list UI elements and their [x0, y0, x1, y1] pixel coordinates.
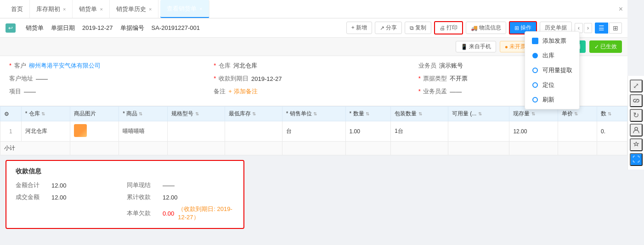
doc-date-label: 单据日期 — [51, 24, 75, 32]
available-qty-icon — [531, 67, 539, 74]
deal-amount-label: 成交金额 — [16, 193, 48, 201]
col-product: * 商品 ⇅ — [119, 107, 168, 121]
tab-home-label: 首页 — [11, 5, 23, 13]
ticket-icon: ● — [505, 44, 508, 50]
row-image — [70, 121, 119, 142]
product-thumbnail — [74, 124, 87, 137]
tab-stock-init[interactable]: 库存期初 × — [30, 0, 73, 18]
tab-history-label: 销货单历史 — [116, 5, 146, 13]
arrears-due-note: （收款到期日: 2019-12-27） — [178, 205, 234, 222]
add-note-button[interactable]: + 添加备注 — [228, 87, 257, 96]
amount-label: 金额合计 — [16, 181, 48, 189]
view-toggle: ☰ ⊞ — [595, 23, 622, 34]
subtotal-image — [70, 142, 119, 155]
tab-sales-history[interactable]: 销货单历史 × — [110, 0, 158, 18]
locate-icon — [531, 81, 539, 89]
share-button[interactable]: ↗ 分享 — [375, 22, 402, 34]
add-invoice-item[interactable]: 添加发票 — [525, 34, 579, 48]
doc-no-label: 单据编号 — [120, 24, 144, 32]
sort-icon-unit: ⇅ — [313, 111, 317, 116]
col-available: 可用量 (... ⇅ — [448, 107, 509, 121]
print-icon: 🖨 — [440, 25, 445, 31]
subtotal-stock — [509, 142, 558, 155]
row-min-stock — [225, 121, 282, 142]
warehouse-field: * 仓库 河北仓库 — [214, 62, 413, 70]
tab-sales-close[interactable]: × — [100, 6, 102, 12]
same-order-label: 同单现结 — [127, 181, 159, 189]
grid-view-button[interactable]: ⊞ — [609, 23, 622, 34]
deal-amount-value: 12.00 — [51, 194, 67, 201]
copy-button[interactable]: ⧉ 复制 — [405, 22, 431, 34]
tab-view-sales[interactable]: 查看销货单 × — [160, 0, 209, 18]
tab-stock-close[interactable]: × — [63, 6, 66, 12]
share-icon: ↗ — [380, 25, 384, 31]
col-amount: 数 ⇅ — [597, 107, 627, 121]
tab-bar: 首页 库存期初 × 销货单 × 销货单历史 × 查看销货单 × × — [0, 0, 627, 18]
phone-icon: 📱 — [461, 44, 468, 50]
due-date-field: * 收款到期日 2019-12-27 — [214, 74, 413, 83]
next-button[interactable]: › — [584, 23, 592, 33]
row-stock: 12.00 — [509, 121, 558, 142]
address-label: 客户地址 — [9, 74, 33, 83]
print-button[interactable]: 🖨 打印 — [434, 21, 463, 34]
new-button[interactable]: + 新增 — [346, 22, 372, 34]
locate-item[interactable]: 定位 — [525, 78, 579, 92]
from-phone-button[interactable]: 📱 来自手机 — [456, 41, 496, 52]
effective-button[interactable]: ✓ 已生效 — [589, 40, 622, 53]
col-min-stock: 最低库存 ⇅ — [225, 107, 282, 121]
customer-label: * 客户 — [9, 62, 26, 70]
arrears-item: 本单欠款 0.00 （收款到期日: 2019-12-27） — [127, 205, 234, 222]
customer-value[interactable]: 柳州粤港平安气体有限公司 — [29, 62, 101, 70]
sidebar-person-btn[interactable] — [630, 124, 643, 137]
sort-icon-price: ⇅ — [574, 111, 578, 116]
tab-view-close[interactable]: × — [199, 6, 202, 11]
plus-icon: + — [228, 88, 232, 95]
row-qty: 1.00 — [345, 121, 391, 142]
list-view-button[interactable]: ☰ — [595, 23, 608, 34]
tab-sales-label: 销货单 — [79, 5, 97, 13]
row-warehouse: 河北仓库 — [21, 121, 70, 142]
check-circle-icon2: ✓ — [594, 44, 599, 50]
warehouse-value: 河北仓库 — [233, 62, 257, 70]
tab-sales-order[interactable]: 销货单 × — [73, 0, 109, 18]
arrears-label: 本单欠款 — [127, 209, 159, 217]
staff-field: * 业务员孟 —— — [418, 87, 618, 96]
sort-icon-product: ⇅ — [139, 111, 142, 116]
col-pack-qty: 包装数量 ⇅ — [391, 107, 448, 121]
row-price — [558, 121, 597, 142]
row-product: 嘻嘻嘻嘻 — [119, 121, 168, 142]
outbound-item[interactable]: 出库 — [525, 48, 579, 63]
window-close-icon[interactable]: × — [619, 5, 623, 13]
same-order-item: 同单现结 —— — [127, 181, 234, 189]
sidebar-link-btn[interactable] — [630, 94, 643, 107]
sort-icon-stock: ⇅ — [531, 111, 535, 116]
doc-no-value: SA-20191227-001 — [152, 24, 200, 31]
row-pack-qty: 1台 — [391, 121, 448, 142]
warehouse-label: * 仓库 — [214, 62, 231, 70]
available-qty-item[interactable]: 可用量提取 — [525, 63, 579, 78]
sort-icon-spec: ⇅ — [195, 111, 199, 116]
table-row: 1 河北仓库 嘻嘻嘻嘻 台 1.00 1台 12.00 0. — [0, 121, 627, 142]
add-invoice-icon — [531, 37, 539, 45]
sidebar-star-btn[interactable] — [630, 138, 643, 151]
sidebar-fullscreen-btn[interactable]: ⛶ — [630, 153, 643, 166]
staff-label: * 业务员孟 — [418, 87, 447, 96]
subtotal-avail — [448, 142, 509, 155]
sidebar-refresh-btn[interactable]: ↻ — [630, 109, 643, 122]
sidebar-expand-btn[interactable]: ⤢ — [630, 80, 643, 92]
refresh-item[interactable]: 刷新 — [525, 92, 579, 107]
logistics-button[interactable]: 🚚 物流信息 — [466, 22, 506, 34]
amount-total-item: 金额合计 12.00 — [16, 181, 123, 189]
row-amount: 0. — [597, 121, 627, 142]
tab-history-close[interactable]: × — [149, 6, 152, 12]
employee-field: 业务员 演示账号 — [418, 62, 618, 70]
tab-home[interactable]: 首页 — [5, 0, 30, 18]
outbound-icon — [531, 52, 539, 59]
doc-type-icon: ↩ — [6, 23, 16, 33]
arrears-value: 0.00 — [163, 210, 174, 217]
svg-point-0 — [635, 127, 638, 130]
project-field: 项目 —— — [9, 87, 209, 96]
subtotal-row: 小计 — [0, 142, 627, 155]
sort-icon-avail: ⇅ — [478, 111, 482, 116]
refresh-icon — [531, 96, 539, 103]
